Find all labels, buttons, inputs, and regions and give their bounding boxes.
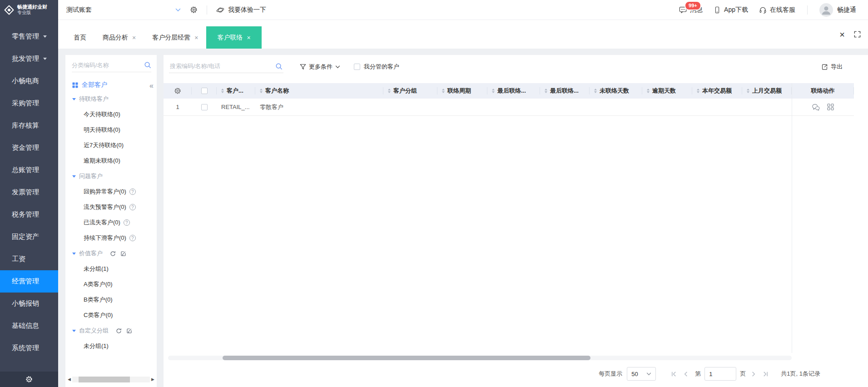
row-checkbox[interactable] (201, 104, 208, 110)
tree-item-custom-ungrouped[interactable]: 未分组(1) (65, 338, 157, 354)
app-download-button[interactable]: App下载 (714, 6, 748, 14)
tab-product-analysis[interactable]: 商品分析 × (94, 26, 144, 49)
th-contact-cycle[interactable]: 联络周期 (437, 83, 487, 99)
tree-item-churn-warning[interactable]: 流失预警客户(0) ? (65, 199, 157, 215)
wechat-contact-icon[interactable] (812, 104, 820, 111)
sort-icon[interactable] (492, 89, 495, 93)
tree-item-tomorrow-pending[interactable]: 明天待联络(0) (65, 122, 157, 138)
collapse-panel-icon[interactable]: « (148, 81, 155, 90)
help-icon[interactable]: ? (129, 204, 136, 210)
last-page-button[interactable] (763, 371, 769, 377)
sidebar-item-funds[interactable]: 资金管理 (0, 137, 58, 159)
tree-search-input[interactable] (72, 62, 142, 69)
th-current-year-amount[interactable]: 本年交易额 (692, 83, 742, 99)
sidebar-item-system[interactable]: 系统管理 (0, 337, 58, 359)
tree-item-class-b[interactable]: B类客户(0) (65, 292, 157, 308)
page-number-input[interactable] (704, 367, 736, 381)
experience-link[interactable]: 我要体验一下 (216, 6, 266, 14)
select-all-checkbox[interactable] (201, 88, 208, 94)
sidebar-item-general-ledger[interactable]: 总账管理 (0, 159, 58, 181)
sort-icon[interactable] (747, 89, 749, 93)
close-icon[interactable]: × (132, 35, 136, 41)
sidebar-item-xiaochang-expense[interactable]: 小畅报销 (0, 293, 58, 315)
per-page-select[interactable]: 50 (627, 367, 656, 381)
more-actions-grid-icon[interactable] (827, 104, 834, 110)
sort-icon[interactable] (221, 89, 224, 93)
sidebar-settings-button[interactable] (0, 372, 58, 387)
tree-section-custom-groups[interactable]: 自定义分组 (65, 323, 157, 338)
close-all-icon[interactable]: × (839, 30, 845, 39)
tree-item-repurchase-abnormal[interactable]: 回购异常客户(0) ? (65, 184, 157, 199)
sort-icon[interactable] (647, 89, 650, 93)
my-customers-checkbox[interactable] (354, 64, 360, 70)
first-page-button[interactable] (671, 371, 677, 377)
help-icon[interactable]: ? (124, 219, 130, 226)
sidebar-item-purchase[interactable]: 采购管理 (0, 92, 58, 114)
sidebar-item-basic-info[interactable]: 基础信息 (0, 315, 58, 337)
export-button[interactable]: 导出 (821, 63, 843, 71)
th-customer-code[interactable]: 客户... (217, 83, 255, 99)
sort-icon[interactable] (388, 89, 391, 93)
sidebar-item-tax[interactable]: 税务管理 (0, 203, 58, 226)
edit-icon[interactable] (126, 328, 132, 334)
th-days-without-contact[interactable]: 未联络天数 (590, 83, 642, 99)
th-overdue-days[interactable]: 逾期天数 (642, 83, 692, 99)
tree-item-value-ungrouped[interactable]: 未分组(1) (65, 261, 157, 277)
tree-item-next7days-pending[interactable]: 近7天待联络(0) (65, 138, 157, 153)
customer-search-input[interactable] (170, 63, 273, 69)
scrollbar-thumb[interactable] (223, 356, 590, 360)
messages-button[interactable]: 消息 99+ (679, 6, 703, 14)
tree-section-pending-contact[interactable]: 待联络客户 (65, 91, 157, 107)
refresh-icon[interactable] (110, 251, 116, 257)
tree-item-churned[interactable]: 已流失客户(0) ? (65, 215, 157, 230)
sort-icon[interactable] (545, 89, 547, 93)
sort-icon[interactable] (697, 89, 699, 93)
sort-icon[interactable] (260, 89, 263, 93)
scrollbar-track[interactable] (72, 377, 150, 382)
close-icon[interactable]: × (247, 35, 250, 41)
online-service-button[interactable]: 在线客服 (759, 6, 795, 14)
tree-item-class-a[interactable]: A类客户(0) (65, 277, 157, 292)
user-menu[interactable]: 畅捷通 (819, 3, 856, 17)
th-last-contact-1[interactable]: 最后联络... (487, 83, 540, 99)
tree-item-all-customers[interactable]: 全部客户 (72, 79, 157, 90)
tab-customer-contact[interactable]: 客户联络 × (206, 26, 261, 49)
sort-icon[interactable] (442, 89, 445, 93)
close-icon[interactable]: × (194, 35, 198, 41)
table-horizontal-scrollbar[interactable] (168, 356, 792, 360)
sort-icon[interactable] (594, 89, 597, 93)
th-customer-name[interactable]: 客户名称 (255, 83, 383, 99)
settings-gear-icon[interactable] (190, 6, 198, 14)
edit-icon[interactable] (120, 251, 126, 257)
help-icon[interactable]: ? (129, 235, 136, 241)
scrollbar-thumb[interactable] (79, 377, 130, 382)
help-icon[interactable]: ? (129, 189, 136, 195)
sidebar-item-xiaochang-ecommerce[interactable]: 小畅电商 (0, 70, 58, 92)
my-customers-filter[interactable]: 我分管的客户 (354, 63, 399, 71)
account-set-dropdown[interactable]: 测试账套 (66, 6, 181, 14)
sidebar-item-wholesale[interactable]: 批发管理 (0, 48, 58, 70)
tab-home[interactable]: 首页 (65, 26, 94, 49)
th-customer-group[interactable]: 客户分组 (383, 83, 437, 99)
sidebar-item-fixed-assets[interactable]: 固定资产 (0, 226, 58, 248)
sidebar-item-operations[interactable]: 经营管理 (0, 270, 58, 293)
tree-section-value-customers[interactable]: 价值客户 (65, 246, 157, 261)
scroll-right-arrow[interactable]: ▶ (151, 377, 154, 382)
tab-customer-segmentation[interactable]: 客户分层经营 × (144, 26, 206, 49)
prev-page-button[interactable] (683, 371, 689, 377)
tree-section-problem-customers[interactable]: 问题客户 (65, 169, 157, 184)
next-page-button[interactable] (750, 371, 756, 377)
table-row[interactable]: 1 RETAIL_... 零散客户 (164, 99, 854, 116)
sidebar-item-retail[interactable]: 零售管理 (0, 25, 58, 48)
th-last-contact-2[interactable]: 最后联络... (540, 83, 590, 99)
sidebar-item-payroll[interactable]: 工资 (0, 248, 58, 270)
refresh-icon[interactable] (116, 328, 122, 334)
tree-item-continuous-decline[interactable]: 持续下滑客户(0) ? (65, 230, 157, 246)
scroll-left-arrow[interactable]: ◀ (68, 377, 71, 382)
column-settings-button[interactable] (164, 83, 192, 99)
fullscreen-icon[interactable] (854, 31, 861, 38)
search-icon[interactable] (275, 63, 283, 70)
sidebar-item-inventory[interactable]: 库存核算 (0, 114, 58, 137)
search-icon[interactable] (144, 61, 151, 69)
tree-item-class-c[interactable]: C类客户(0) (65, 308, 157, 323)
